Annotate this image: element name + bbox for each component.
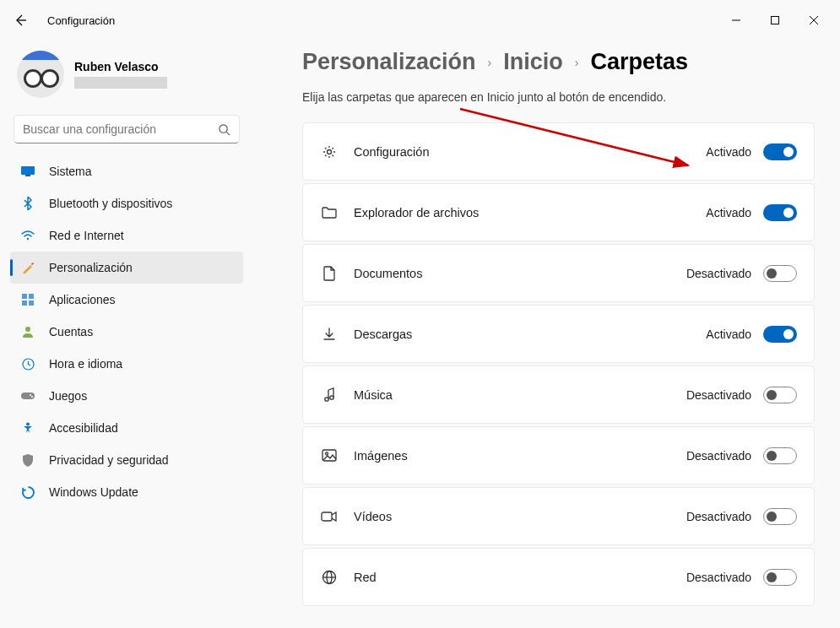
back-button[interactable] xyxy=(7,7,34,34)
shield-icon xyxy=(20,452,35,468)
breadcrumb-l2[interactable]: Inicio xyxy=(503,49,563,75)
person-icon xyxy=(20,324,35,339)
accessibility-icon xyxy=(20,420,35,436)
globe-time-icon xyxy=(20,356,35,371)
folder-label: Vídeos xyxy=(354,510,392,523)
minimize-button[interactable] xyxy=(717,7,756,34)
folder-card-document: DocumentosDesactivado xyxy=(302,244,815,302)
sidebar-item-label: Accesibilidad xyxy=(49,421,118,435)
sidebar-item-wifi[interactable]: Red e Internet xyxy=(10,219,243,252)
svg-point-13 xyxy=(25,327,30,332)
folder-icon xyxy=(320,206,339,219)
folder-list: ConfiguraciónActivadoExplorador de archi… xyxy=(302,122,815,606)
search-input[interactable] xyxy=(23,122,218,136)
sidebar-item-label: Cuentas xyxy=(49,325,93,338)
toggle-switch[interactable] xyxy=(763,447,797,464)
svg-point-19 xyxy=(328,149,332,154)
sidebar-item-label: Hora e idioma xyxy=(49,357,122,371)
folder-card-image: ImágenesDesactivado xyxy=(302,426,815,485)
toggle-switch[interactable] xyxy=(763,143,797,160)
svg-line-5 xyxy=(226,132,230,135)
toggle-status: Activado xyxy=(706,206,751,219)
toggle-switch[interactable] xyxy=(763,265,797,282)
apps-icon xyxy=(20,292,35,307)
network-icon xyxy=(320,570,339,585)
sidebar-item-label: Bluetooth y dispositivos xyxy=(49,197,172,210)
svg-rect-7 xyxy=(25,175,30,176)
svg-point-16 xyxy=(30,394,31,396)
sidebar-item-gamepad[interactable]: Juegos xyxy=(10,380,243,412)
svg-rect-24 xyxy=(322,512,332,521)
sidebar-item-label: Privacidad y seguridad xyxy=(49,453,169,467)
sidebar: Ruben Velasco SistemaBluetooth y disposi… xyxy=(0,41,253,628)
monitor-icon xyxy=(20,164,35,179)
folder-label: Imágenes xyxy=(354,449,408,463)
toggle-status: Desactivado xyxy=(686,571,751,584)
toggle-switch[interactable] xyxy=(763,508,797,525)
sidebar-item-shield[interactable]: Privacidad y seguridad xyxy=(10,444,243,476)
sidebar-item-brush[interactable]: Personalización xyxy=(10,252,243,284)
breadcrumb-l1[interactable]: Personalización xyxy=(302,49,476,75)
content: Personalización › Inicio › Carpetas Elij… xyxy=(253,41,840,628)
window-controls xyxy=(717,7,833,34)
svg-point-8 xyxy=(27,238,29,240)
music-icon xyxy=(320,387,339,403)
toggle-status: Activado xyxy=(706,328,751,341)
svg-rect-11 xyxy=(22,300,27,306)
folder-label: Red xyxy=(354,571,377,584)
avatar xyxy=(17,51,64,98)
folder-card-gear: ConfiguraciónActivado xyxy=(302,122,815,181)
document-icon xyxy=(320,266,339,281)
download-icon xyxy=(320,327,339,342)
sidebar-item-globe-time[interactable]: Hora e idioma xyxy=(10,348,243,380)
sidebar-item-label: Sistema xyxy=(49,165,92,178)
toggle-switch[interactable] xyxy=(763,204,797,221)
folder-card-video: VídeosDesactivado xyxy=(302,487,815,545)
update-icon xyxy=(20,485,35,500)
folder-card-network: RedDesactivado xyxy=(302,548,815,606)
maximize-button[interactable] xyxy=(756,7,794,34)
toggle-switch[interactable] xyxy=(763,387,797,403)
svg-rect-1 xyxy=(772,17,779,24)
sidebar-item-bluetooth[interactable]: Bluetooth y dispositivos xyxy=(10,187,243,219)
sidebar-item-label: Aplicaciones xyxy=(49,293,116,306)
folder-card-folder: Explorador de archivosActivado xyxy=(302,183,815,241)
folder-card-music: MúsicaDesactivado xyxy=(302,365,815,424)
folder-label: Descargas xyxy=(354,328,412,341)
sidebar-item-monitor[interactable]: Sistema xyxy=(10,155,243,187)
chevron-right-icon: › xyxy=(488,56,492,69)
wifi-icon xyxy=(20,228,35,243)
toggle-status: Activado xyxy=(706,145,751,159)
toggle-status: Desactivado xyxy=(686,449,751,463)
window-title: Configuración xyxy=(47,14,115,27)
folder-label: Música xyxy=(354,388,393,402)
toggle-switch[interactable] xyxy=(763,326,797,343)
brush-icon xyxy=(20,260,35,275)
gear-icon xyxy=(320,144,339,160)
breadcrumb: Personalización › Inicio › Carpetas xyxy=(302,49,815,75)
folder-label: Configuración xyxy=(354,145,429,159)
bluetooth-icon xyxy=(20,196,35,211)
user-email-placeholder xyxy=(74,77,167,89)
toggle-status: Desactivado xyxy=(686,388,751,402)
svg-point-4 xyxy=(219,124,227,132)
sidebar-item-label: Juegos xyxy=(49,389,87,403)
user-name: Ruben Velasco xyxy=(74,60,167,73)
sidebar-item-update[interactable]: Windows Update xyxy=(10,476,243,508)
search-box[interactable] xyxy=(14,115,240,143)
sidebar-item-apps[interactable]: Aplicaciones xyxy=(10,284,243,316)
nav-list: SistemaBluetooth y dispositivosRed e Int… xyxy=(10,155,243,508)
close-button[interactable] xyxy=(794,7,833,34)
svg-point-17 xyxy=(31,396,33,398)
user-profile[interactable]: Ruben Velasco xyxy=(10,41,243,111)
svg-rect-15 xyxy=(21,392,35,399)
search-icon xyxy=(218,123,230,136)
page-description: Elija las carpetas que aparecen en Inici… xyxy=(302,90,815,104)
sidebar-item-accessibility[interactable]: Accesibilidad xyxy=(10,412,243,444)
sidebar-item-label: Red e Internet xyxy=(49,229,124,242)
toggle-status: Desactivado xyxy=(686,267,751,280)
breadcrumb-l3: Carpetas xyxy=(590,49,688,75)
toggle-switch[interactable] xyxy=(763,569,797,586)
folder-card-download: DescargasActivado xyxy=(302,305,815,363)
sidebar-item-person[interactable]: Cuentas xyxy=(10,316,243,348)
